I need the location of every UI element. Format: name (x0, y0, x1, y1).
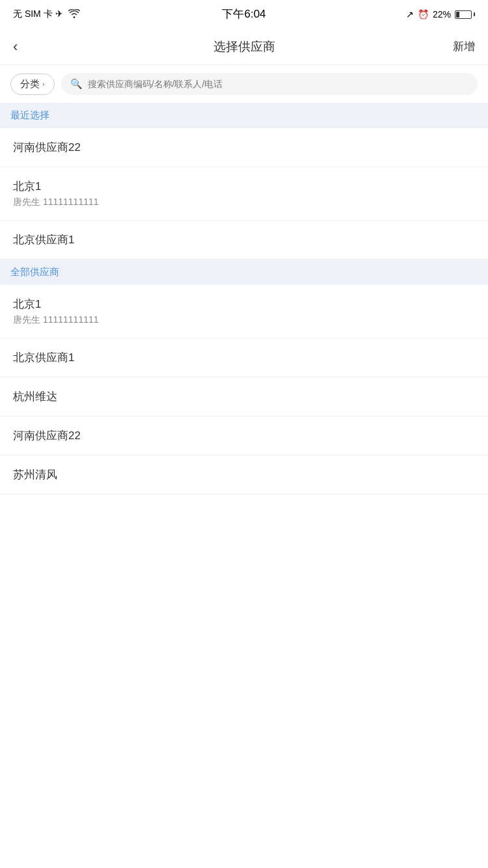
recent-section-label: 最近选择 (10, 109, 49, 120)
item-name: 北京1 (13, 297, 475, 312)
search-input[interactable] (88, 79, 468, 89)
location-icon: ↗ (406, 9, 414, 20)
item-name: 北京1 (13, 179, 475, 194)
nav-bar: ‹ 选择供应商 新增 (0, 29, 488, 65)
all-list-item[interactable]: 杭州维达 (0, 377, 488, 416)
status-time: 下午6:04 (222, 7, 265, 21)
back-button[interactable]: ‹ (13, 38, 39, 55)
item-name: 苏州清风 (13, 467, 475, 482)
all-list: 北京1 唐先生 11111111111 北京供应商1杭州维达河南供应商22苏州清… (0, 285, 488, 495)
wifi-icon (68, 9, 80, 20)
recent-section-header: 最近选择 (0, 103, 488, 128)
item-contact: 唐先生 11111111111 (13, 197, 475, 208)
recent-list-item[interactable]: 河南供应商22 (0, 128, 488, 167)
search-icon: 🔍 (70, 78, 83, 90)
all-section-label: 全部供应商 (10, 266, 59, 277)
alarm-icon: ⏰ (418, 9, 429, 20)
search-box: 🔍 (61, 73, 478, 95)
chevron-right-icon: › (42, 80, 45, 88)
all-list-item[interactable]: 苏州清风 (0, 455, 488, 495)
item-name: 河南供应商22 (13, 428, 475, 443)
item-name: 北京供应商1 (13, 350, 475, 365)
all-list-item[interactable]: 北京1 唐先生 11111111111 (0, 285, 488, 338)
recent-list-item[interactable]: 北京1 唐先生 11111111111 (0, 167, 488, 221)
item-name: 杭州维达 (13, 389, 475, 404)
item-name: 北京供应商1 (13, 232, 475, 247)
all-list-item[interactable]: 北京供应商1 (0, 338, 488, 377)
status-bar: 无 SIM 卡 ✈ 下午6:04 ↗ ⏰ 22% (0, 0, 488, 29)
sim-status: 无 SIM 卡 ✈ (13, 8, 63, 20)
battery-pct: 22% (433, 9, 451, 20)
status-right: ↗ ⏰ 22% (406, 9, 475, 20)
all-list-item[interactable]: 河南供应商22 (0, 416, 488, 455)
page-title: 选择供应商 (213, 38, 275, 55)
category-label: 分类 (20, 78, 40, 90)
battery-icon (455, 10, 475, 19)
all-section-header: 全部供应商 (0, 260, 488, 285)
item-contact: 唐先生 11111111111 (13, 314, 475, 326)
add-button[interactable]: 新增 (453, 39, 475, 54)
recent-list-item[interactable]: 北京供应商1 (0, 221, 488, 260)
status-left: 无 SIM 卡 ✈ (13, 8, 80, 20)
recent-list: 河南供应商22 北京1 唐先生 11111111111 北京供应商1 (0, 128, 488, 260)
search-area: 分类 › 🔍 (0, 65, 488, 103)
category-filter-button[interactable]: 分类 › (10, 74, 55, 95)
item-name: 河南供应商22 (13, 140, 475, 155)
